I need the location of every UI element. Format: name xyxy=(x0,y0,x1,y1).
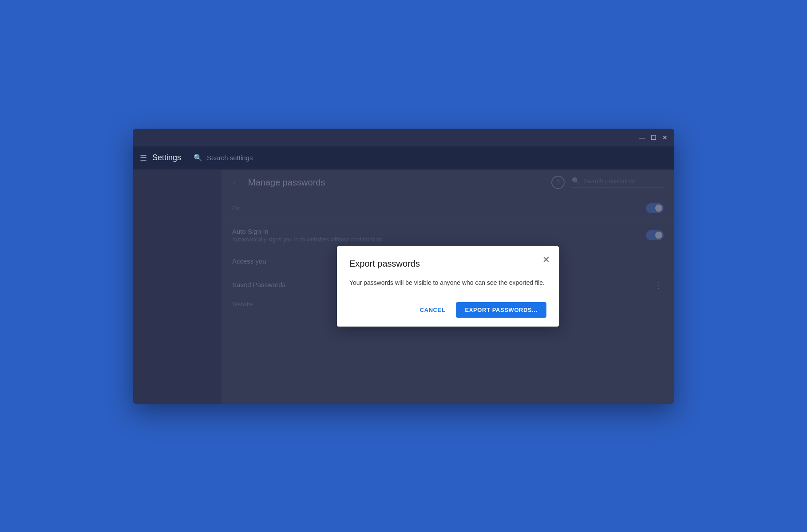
settings-search-bar: 🔍 xyxy=(194,154,478,162)
cancel-button[interactable]: CANCEL xyxy=(413,302,453,318)
close-button[interactable]: ✕ xyxy=(661,134,669,142)
dialog-body: Your passwords will be visible to anyone… xyxy=(349,278,546,288)
maximize-button[interactable]: ☐ xyxy=(649,134,657,142)
settings-header: ☰ Settings 🔍 xyxy=(133,146,674,169)
dialog-overlay: ✕ Export passwords Your passwords will b… xyxy=(222,169,674,404)
settings-search-input[interactable] xyxy=(207,154,478,162)
sidebar xyxy=(133,169,222,404)
minimize-button[interactable]: — xyxy=(638,134,646,142)
dialog-actions: CANCEL EXPORT PASSWORDS... xyxy=(349,302,546,318)
export-passwords-dialog: ✕ Export passwords Your passwords will b… xyxy=(337,246,559,326)
export-passwords-button[interactable]: EXPORT PASSWORDS... xyxy=(456,302,546,318)
dialog-title: Export passwords xyxy=(349,259,546,269)
search-icon: 🔍 xyxy=(194,154,202,162)
main-area: ← Manage passwords ? 🔍 On Auto Sign-in A… xyxy=(133,169,674,404)
content-panel: ← Manage passwords ? 🔍 On Auto Sign-in A… xyxy=(222,169,674,404)
browser-window: — ☐ ✕ ☰ Settings 🔍 ← Manage passwords ? … xyxy=(133,129,674,404)
settings-title: Settings xyxy=(152,153,181,162)
dialog-close-button[interactable]: ✕ xyxy=(541,253,552,266)
title-bar: — ☐ ✕ xyxy=(133,129,674,146)
window-controls: — ☐ ✕ xyxy=(638,134,669,142)
menu-icon[interactable]: ☰ xyxy=(140,153,147,163)
